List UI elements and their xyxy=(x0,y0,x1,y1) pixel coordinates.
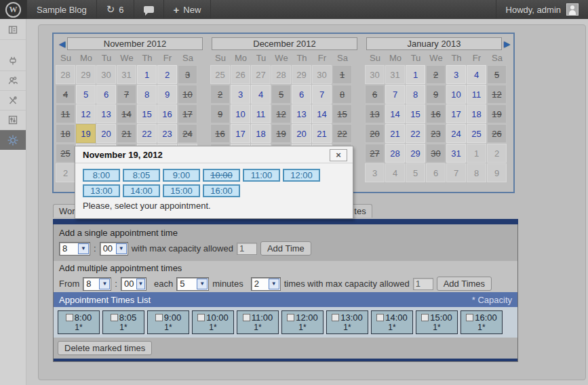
appointment-time-item[interactable]: 13:001* xyxy=(326,310,368,334)
calendar-day[interactable]: 6 xyxy=(96,85,116,104)
time-slot[interactable]: 9:00 xyxy=(163,169,200,182)
site-name-menu[interactable]: Sample Blog xyxy=(27,0,97,19)
time-slot[interactable]: 16:00 xyxy=(203,184,240,197)
calendar-day[interactable]: 13 xyxy=(96,104,116,123)
time-slot[interactable]: 8:00 xyxy=(83,169,120,182)
delete-marked-times-button[interactable]: Delete marked times xyxy=(58,341,152,355)
time-slot[interactable]: 15:00 xyxy=(163,184,200,197)
close-icon[interactable]: × xyxy=(330,149,347,161)
calendar-day[interactable]: 3 xyxy=(446,65,466,84)
time-item-checkbox[interactable] xyxy=(155,314,163,321)
single-capacity-input[interactable]: 1 xyxy=(237,243,257,255)
time-slot[interactable]: 14:00 xyxy=(123,184,160,197)
calendar-day[interactable]: 22 xyxy=(406,124,425,143)
calendar-day[interactable]: 13 xyxy=(292,104,311,123)
calendar-day[interactable]: 25 xyxy=(467,124,486,143)
single-minute-select[interactable]: 00 ▼ xyxy=(100,242,128,256)
count-select[interactable]: 2 ▼ xyxy=(251,277,281,291)
calendar-day[interactable]: 21 xyxy=(385,124,405,143)
sidebar-item-users[interactable] xyxy=(0,71,26,91)
time-item-checkbox[interactable] xyxy=(421,314,429,321)
time-item-checkbox[interactable] xyxy=(466,314,473,321)
sidebar-item-booking-active[interactable] xyxy=(0,130,26,150)
appointment-time-item[interactable]: 10:001* xyxy=(192,310,234,334)
calendar-day[interactable]: 16 xyxy=(157,104,177,123)
time-item-checkbox[interactable] xyxy=(376,314,384,321)
updates-menu[interactable]: ↻ 6 xyxy=(97,0,134,19)
calendar-day[interactable]: 20 xyxy=(96,124,116,143)
calendar-day[interactable]: 17 xyxy=(231,124,250,143)
single-hour-select[interactable]: 8 ▼ xyxy=(59,242,90,256)
calendar-day[interactable]: 10 xyxy=(231,104,250,123)
multi-minute-select[interactable]: 00 ▼ xyxy=(121,277,146,291)
calendar-day[interactable]: 11 xyxy=(251,104,271,123)
calendar-day[interactable]: 2 xyxy=(157,65,177,84)
calendar-day[interactable]: 22 xyxy=(137,124,157,143)
calendar-day[interactable]: 4 xyxy=(467,65,486,84)
calendar-day[interactable]: 1 xyxy=(406,65,425,84)
calendar-day[interactable]: 14 xyxy=(385,104,405,123)
calendar-day[interactable]: 1 xyxy=(137,65,157,84)
calendar-day[interactable]: 6 xyxy=(292,85,311,104)
appointment-time-item[interactable]: 11:001* xyxy=(237,310,279,334)
calendar-day[interactable]: 17 xyxy=(446,104,466,123)
calendar-day[interactable]: 15 xyxy=(406,104,425,123)
add-times-button[interactable]: Add Times xyxy=(437,277,492,291)
next-month-arrow[interactable]: ▶ xyxy=(502,39,512,49)
calendar-day[interactable]: 4 xyxy=(251,85,271,104)
account-menu[interactable]: Howdy, admin xyxy=(496,0,588,19)
multi-capacity-input[interactable]: 1 xyxy=(413,278,433,290)
time-slot[interactable]: 11:00 xyxy=(243,169,280,182)
calendar-day[interactable]: 20 xyxy=(292,124,311,143)
prev-month-arrow[interactable]: ◀ xyxy=(57,39,67,49)
add-time-button[interactable]: Add Time xyxy=(260,241,311,256)
sliders-icon xyxy=(7,115,18,125)
appointment-time-item[interactable]: 9:001* xyxy=(147,310,189,334)
calendar-day[interactable]: 3 xyxy=(231,85,250,104)
calendar-day[interactable]: 7 xyxy=(312,85,332,104)
time-item-checkbox[interactable] xyxy=(66,314,73,321)
comments-menu[interactable] xyxy=(134,0,164,19)
calendar-day[interactable]: 12 xyxy=(76,104,96,123)
calendar-day[interactable]: 10 xyxy=(446,85,466,104)
multi-hour-select[interactable]: 8 ▼ xyxy=(83,277,111,291)
appointment-time-item[interactable]: 8:051* xyxy=(102,310,144,334)
sidebar-item-tools[interactable] xyxy=(0,91,26,110)
calendar-day[interactable]: 24 xyxy=(446,124,466,143)
calendar-day[interactable]: 8 xyxy=(137,85,157,104)
appointment-time-item[interactable]: 14:001* xyxy=(371,310,413,334)
calendar-day[interactable]: 11 xyxy=(467,85,486,104)
time-slot[interactable]: 13:00 xyxy=(83,184,120,197)
time-item-checkbox[interactable] xyxy=(197,314,205,321)
calendar-day[interactable]: 28 xyxy=(385,144,405,163)
time-slot[interactable]: 12:00 xyxy=(283,169,320,182)
new-content-menu[interactable]: + New xyxy=(164,0,212,19)
calendar-day[interactable]: 19 xyxy=(76,124,96,143)
sidebar-item-layout[interactable] xyxy=(0,20,26,40)
time-slot[interactable]: 8:05 xyxy=(123,169,160,182)
calendar-day[interactable]: 31 xyxy=(446,144,466,163)
appointment-time-item[interactable]: 12:001* xyxy=(281,310,324,334)
step-select[interactable]: 5 ▼ xyxy=(176,277,209,291)
sidebar-item-plugins[interactable] xyxy=(0,52,26,71)
calendar-day[interactable]: 15 xyxy=(137,104,157,123)
time-item-checkbox[interactable] xyxy=(243,314,250,321)
calendar-day[interactable]: 29 xyxy=(406,144,425,163)
calendar-day[interactable]: 14 xyxy=(312,104,332,123)
calendar-day[interactable]: 5 xyxy=(76,85,96,104)
time-item-checkbox[interactable] xyxy=(111,314,118,321)
calendar-day[interactable]: 8 xyxy=(406,85,425,104)
sidebar-item-settings[interactable] xyxy=(0,110,26,130)
calendar-day[interactable]: 7 xyxy=(385,85,405,104)
calendar-day[interactable]: 18 xyxy=(251,124,271,143)
appointment-time-item[interactable]: 15:001* xyxy=(416,310,458,334)
calendar-day[interactable]: 21 xyxy=(312,124,332,143)
calendar-day[interactable]: 9 xyxy=(157,85,177,104)
time-item-checkbox[interactable] xyxy=(287,314,294,321)
time-item-checkbox[interactable] xyxy=(332,314,339,321)
calendar-day[interactable]: 18 xyxy=(467,104,486,123)
appointment-time-item[interactable]: 8:001* xyxy=(58,310,100,334)
calendar-day[interactable]: 23 xyxy=(157,124,177,143)
wordpress-logo[interactable]: W xyxy=(0,0,27,19)
appointment-time-item[interactable]: 16:001* xyxy=(460,310,503,334)
